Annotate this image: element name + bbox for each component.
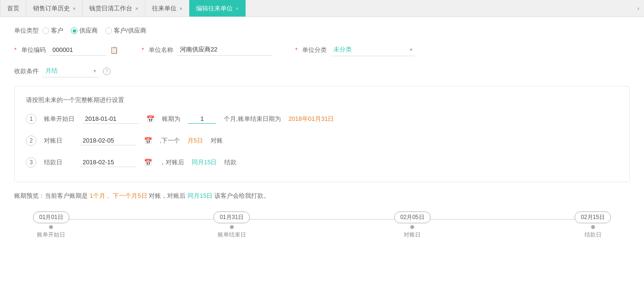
step-1-connector: 账期为 [162,115,180,123]
payment-row: 收款条件 月结 ▾ ? [14,65,630,77]
timeline-point-4: 02月15日 结款日 [575,211,611,239]
unit-type-field: 单位类型 客户 供应商 客户/供应商 [14,26,146,35]
step-1-num: 1 [26,114,36,124]
step-2-label: 对账日 [44,136,72,145]
radio-both[interactable]: 客户/供应商 [105,26,146,35]
preview-mid: 对账，对账后 [149,192,186,199]
unit-name-field: * 单位名称 [142,44,271,56]
timeline-dot-3 [410,225,414,229]
period-section: 请按照未来的一个完整帐期进行设置 1 账单开始日 📅 账期为 个月,账单结束日期… [14,86,630,182]
payment-dropdown[interactable]: 月结 ▾ [42,65,99,77]
payment-help-icon[interactable]: ? [103,68,110,75]
preview-end: 该客户会给我打款。 [214,192,270,199]
radio-supplier-circle [71,27,77,34]
unit-category-field: * 单位分类 未分类 ▾ [295,43,415,56]
tab-edit-partner-close[interactable]: × [236,6,238,11]
payment-label: 收款条件 [14,67,39,76]
unit-category-dropdown[interactable]: 未分类 ▾ [330,43,415,56]
step-1-period-unit: 个月,账单结束日期为 [224,115,281,123]
tab-cash-work-label: 钱货日清工作台 [89,4,132,13]
timeline-dot-2 [230,225,234,229]
step-3-row: 3 结款日 📅 ，对账后 同月15日 结款 [26,157,618,168]
unit-code-label: 单位编码 [21,46,46,54]
timeline-track [42,219,602,219]
timeline-point-3: 02月05日 对账日 [394,211,431,239]
step-2-suffix: 对账 [211,136,223,145]
tab-edit-partner-label: 编辑往来单位 [196,4,233,13]
tab-cash-work-close[interactable]: × [135,6,138,11]
radio-customer-circle [42,27,49,34]
timeline-dot-4 [591,225,595,229]
radio-customer[interactable]: 客户 [42,26,63,35]
tab-more-arrow[interactable]: › [633,0,644,17]
unit-info-row: * 单位编码 📋 * 单位名称 * 单位分类 未分类 ▾ [14,43,630,56]
step-1-label: 账单开始日 [44,115,75,123]
step-1-highlight: 2018年01月31日 [288,115,334,123]
timeline-label-1: 账单开始日 [37,231,65,239]
timeline-points: 01月01日 账单开始日 01月31日 账单结束日 02月05日 对账日 [33,211,611,239]
unit-category-star: * [295,46,297,53]
step-3-date[interactable] [80,158,136,167]
unit-type-row: 单位类型 客户 供应商 客户/供应商 [14,26,630,35]
unit-code-input[interactable] [50,44,106,56]
timeline-point-1: 01月01日 账单开始日 [33,211,69,239]
timeline-badge-3: 02月05日 [394,211,431,223]
payment-value: 月结 [45,67,91,75]
tab-bar: 首页 销售订单历史 × 钱货日清工作台 × 往来单位 × 编辑往来单位 × › [0,0,644,17]
timeline-badge-2: 01月31日 [213,211,250,223]
step-2-cal-icon[interactable]: 📅 [144,137,152,144]
step-2-date[interactable] [80,136,136,145]
step-2-num: 2 [26,135,36,146]
tab-sales-order-label: 销售订单历史 [33,4,70,13]
tab-cash-work[interactable]: 钱货日清工作台 × [83,0,145,17]
unit-code-icon[interactable]: 📋 [110,46,118,54]
tab-partner-close[interactable]: × [179,6,182,11]
step-1-row: 1 账单开始日 📅 账期为 个月,账单结束日期为 2018年01月31日 [26,114,618,124]
unit-name-star: * [142,46,144,53]
timeline: 01月01日 账单开始日 01月31日 账单结束日 02月05日 对账日 [14,211,630,239]
radio-both-label: 客户/供应商 [114,26,146,35]
step-3-suffix: 结款 [224,158,237,167]
radio-both-circle [105,27,112,34]
radio-customer-label: 客户 [51,26,63,35]
timeline-label-4: 结款日 [585,231,602,239]
tab-sales-order[interactable]: 销售订单历史 × [26,0,83,17]
preview-section: 账期预览：当前客户账期是 1个月， 下一个月5日 对账，对账后 同月15日 该客… [14,192,630,200]
step-3-prefix: ，对账后 [160,158,184,167]
timeline-label-2: 账单结束日 [218,231,246,239]
timeline-badge-1: 01月01日 [33,211,69,223]
tab-sales-order-close[interactable]: × [73,6,76,11]
radio-supplier[interactable]: 供应商 [71,26,98,35]
unit-name-label: 单位名称 [149,46,173,54]
step-1-period-input[interactable] [188,114,216,124]
preview-label: 账期预览：当前客户账期是 [14,192,88,199]
step-2-highlight: 月5日 [187,136,203,145]
tab-home-label: 首页 [7,4,19,13]
unit-type-radio-group: 客户 供应商 客户/供应商 [42,26,146,35]
tab-edit-partner[interactable]: 编辑往来单位 × [189,0,246,17]
unit-type-label: 单位类型 [14,26,39,35]
payment-dropdown-arrow: ▾ [93,68,96,74]
step-1-cal-icon[interactable]: 📅 [146,115,154,123]
step-3-num: 3 [26,157,36,168]
timeline-dot-1 [49,225,53,229]
preview-p1: 1个月， [90,192,111,199]
step-3-cal-icon[interactable]: 📅 [144,159,152,166]
preview-p2: 下一个月5日 [113,192,147,199]
section-title: 请按照未来的一个完整帐期进行设置 [26,96,618,104]
main-content: 单位类型 客户 供应商 客户/供应商 [0,17,644,287]
unit-code-star: * [14,46,17,53]
tab-home[interactable]: 首页 [0,0,26,17]
preview-p3: 同月15日 [187,192,212,199]
timeline-badge-4: 02月15日 [575,211,611,223]
step-3-label: 结款日 [44,158,72,167]
step-1-date[interactable] [82,114,139,124]
unit-name-input[interactable] [177,44,271,56]
step-2-prefix: ,下一个 [160,136,180,145]
tab-partner-label: 往来单位 [152,4,177,13]
unit-code-field: * 单位编码 📋 [14,44,118,56]
tab-partner[interactable]: 往来单位 × [145,0,189,17]
timeline-label-3: 对账日 [404,231,421,239]
unit-category-value: 未分类 [333,45,407,54]
step-3-highlight: 同月15日 [192,158,217,167]
